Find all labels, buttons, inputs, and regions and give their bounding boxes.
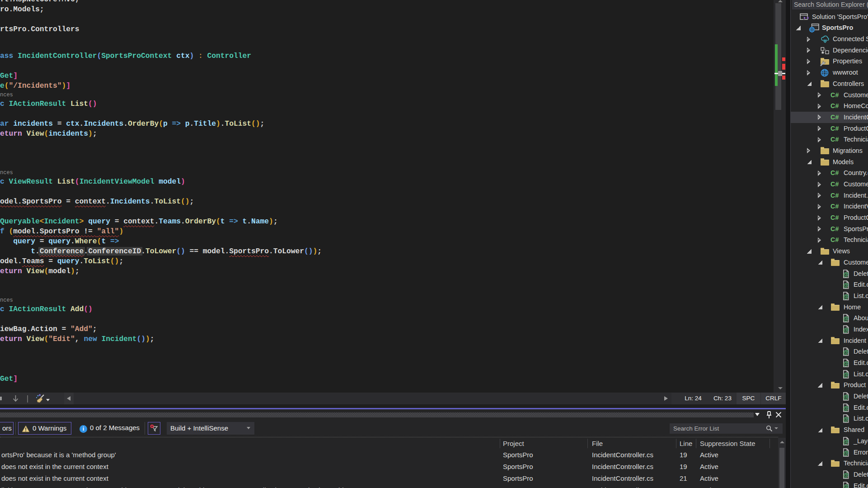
svg-text:@: @ — [843, 294, 849, 300]
svg-text:@: @ — [843, 450, 849, 456]
svg-text:@: @ — [843, 394, 849, 400]
svg-text:@: @ — [843, 327, 849, 333]
svg-text:@: @ — [843, 439, 849, 445]
svg-text:@: @ — [843, 349, 849, 355]
svg-text:@: @ — [843, 282, 849, 289]
svg-text:@: @ — [843, 360, 849, 367]
svg-text:@: @ — [843, 372, 849, 378]
svg-text:@: @ — [843, 271, 849, 278]
svg-text:@: @ — [843, 405, 849, 412]
svg-text:@: @ — [843, 472, 849, 479]
svg-text:@: @ — [843, 416, 849, 422]
svg-text:@: @ — [843, 316, 849, 322]
svg-text:@: @ — [843, 483, 849, 488]
